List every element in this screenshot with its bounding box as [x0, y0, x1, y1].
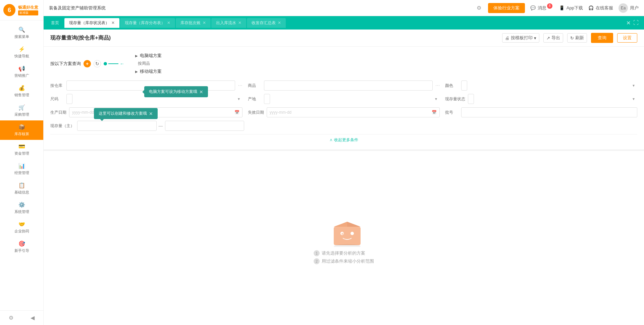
query-btn[interactable]: 查询: [591, 33, 613, 43]
user-group[interactable]: Ea 用户: [619, 3, 639, 13]
sidebar-item-label: 系统管理: [14, 209, 29, 214]
size-label: 尺码: [50, 96, 64, 102]
empty-illustration: [327, 210, 361, 243]
export-icon: ↗: [546, 36, 550, 41]
sidebar: 6 畅通好生意 标准版 🔍 搜索菜单 ⚡ 快捷导航 📢 营销推广 💰 销售管理 …: [0, 0, 44, 325]
inventory-icon: 📦: [18, 124, 25, 130]
color-select[interactable]: [461, 80, 467, 91]
tab-close-batch-account[interactable]: ✕: [203, 20, 206, 25]
sidebar-item-collab[interactable]: 🤝 企业协同: [0, 218, 43, 237]
collapse-bar[interactable]: ∧ 收起更多条件: [50, 134, 637, 146]
warehouse-more-dots[interactable]: ···: [238, 83, 242, 89]
tooltip-create-scheme: 这里可以创建和修改方案哦 ✕: [94, 108, 158, 119]
tab-home[interactable]: 首页: [46, 18, 64, 28]
sidebar-item-finance[interactable]: 💳 资金管理: [0, 140, 43, 159]
page-header: 现存量查询(按仓库+商品) 🖨 按模板打印 ▾ ↗ 导出 ↻ 刷新 查询 设置: [44, 30, 644, 47]
export-btn[interactable]: ↗ 导出: [543, 33, 563, 43]
sidebar-nav: 🔍 搜索菜单 ⚡ 快捷导航 📢 营销推广 💰 销售管理 🛒 采购管理 📦 库存核…: [0, 20, 43, 310]
add-scheme-btn[interactable]: +: [84, 60, 91, 67]
filter-fields: 按仓库 ··· 商品 ··· 颜色: [50, 80, 637, 131]
connector-line: [108, 63, 118, 64]
batch-group: 批号: [445, 107, 637, 117]
goods-input[interactable]: [264, 80, 433, 91]
tab-inout-flow[interactable]: 出入库流水 ✕: [211, 18, 246, 28]
message-group[interactable]: 💬 消息 8: [530, 5, 554, 11]
sidebar-item-label: 资金管理: [14, 151, 29, 156]
tab-close-inventory-dist[interactable]: ✕: [167, 20, 170, 25]
size-select[interactable]: [66, 94, 72, 104]
basic-icon: 📋: [18, 182, 25, 188]
settings-bottom-icon[interactable]: ⚙: [9, 315, 13, 321]
stock-qty-min[interactable]: [77, 121, 157, 131]
filter-header: 按以下方案查询 + ↻ ← ▶ 电脑端方案 按周品 ▶ 移动端方案: [50, 51, 637, 76]
tab-close-receive-summary[interactable]: ✕: [278, 20, 281, 25]
sidebar-item-label: 经营管理: [14, 170, 29, 175]
color-group: 颜色: [445, 80, 637, 91]
finance-icon: 💳: [18, 143, 25, 150]
template-print-btn[interactable]: 🖨 按模板打印 ▾: [502, 33, 539, 43]
sidebar-item-marketing[interactable]: 📢 营销推广: [0, 62, 43, 82]
warehouse-label: 按仓库: [50, 83, 64, 89]
scheme-sub-item[interactable]: 按周品: [130, 61, 167, 66]
tab-close-inout-flow[interactable]: ✕: [238, 20, 241, 25]
scheme-desktop[interactable]: ▶ 电脑端方案: [130, 51, 167, 61]
topbar: 装备及固定资产辅助管理系统 ⚙ 体验行业方案 💬 消息 8 📱 App下载 🎧 …: [44, 0, 644, 16]
phone-icon: 📱: [559, 5, 565, 10]
tab-inventory-status[interactable]: 现存量（库存状况表） ✕: [64, 18, 119, 28]
sidebar-item-purchase[interactable]: 🛒 采购管理: [0, 101, 43, 120]
sidebar-item-label: 企业协同: [14, 229, 29, 234]
collab-icon: 🤝: [18, 221, 25, 227]
purchase-icon: 🛒: [18, 104, 25, 111]
sidebar-item-system[interactable]: ⚙️ 系统管理: [0, 198, 43, 218]
online-support-label: 在线客服: [596, 5, 613, 11]
close-tab-icon[interactable]: ✕: [626, 20, 631, 26]
tab-receive-summary[interactable]: 收发存汇总表 ✕: [247, 18, 286, 28]
sidebar-item-label: 新手引导: [14, 248, 29, 253]
filter-row-2: 尺码 产地 现存量状态: [50, 94, 637, 104]
window-controls: ✕ ⛶: [624, 20, 641, 26]
printer-icon: 🖨: [505, 36, 509, 41]
arrow-icon: ←: [120, 61, 124, 66]
tab-close-inventory-status[interactable]: ✕: [111, 20, 115, 25]
stock-qty-group: 现存量（主） —: [50, 121, 244, 131]
sidebar-item-search[interactable]: 🔍 搜索菜单: [0, 23, 43, 43]
stock-qty-max[interactable]: [165, 121, 245, 131]
app-download-group[interactable]: 📱 App下载: [559, 5, 583, 11]
refresh-scheme-btn[interactable]: ↻: [94, 60, 101, 67]
headset-icon: 🎧: [588, 5, 594, 10]
sidebar-item-sales[interactable]: 💰 销售管理: [0, 82, 43, 101]
online-support-group[interactable]: 🎧 在线客服: [588, 5, 613, 11]
sidebar-item-operations[interactable]: 📊 经营管理: [0, 159, 43, 179]
expire-date-group: 失效日期 yyyy-mm-dd 📅: [248, 107, 440, 117]
expire-date-input[interactable]: yyyy-mm-dd 📅: [267, 107, 440, 117]
tab-batch-account[interactable]: 库存批次账 ✕: [176, 18, 211, 28]
empty-svg: [327, 210, 367, 247]
tabbar: 首页 现存量（库存状况表） ✕ 现存量（库存分布表） ✕ 库存批次账 ✕ 出入库…: [44, 16, 644, 30]
empty-tips: 1 请先选择要分析的方案 2 用过滤条件来缩小分析范围: [314, 250, 374, 266]
origin-select[interactable]: [264, 94, 270, 104]
settings-btn[interactable]: 设置: [617, 33, 637, 43]
sidebar-item-guide[interactable]: 🎯 新手引导: [0, 237, 43, 257]
sidebar-item-quicknav[interactable]: ⚡ 快捷导航: [0, 43, 43, 62]
sidebar-item-label: 销售管理: [14, 93, 29, 98]
stock-status-label: 现存量状态: [445, 96, 465, 102]
tab-inventory-dist[interactable]: 现存量（库存分布表） ✕: [120, 18, 175, 28]
collapse-sidebar-icon[interactable]: ◀: [31, 315, 35, 321]
gear-icon[interactable]: ⚙: [477, 5, 481, 11]
scheme-mobile[interactable]: ▶ 移动端方案: [130, 66, 167, 76]
app-name: 畅通好生意 标准版: [18, 5, 38, 15]
sidebar-item-inventory[interactable]: 📦 库存核算: [0, 120, 43, 140]
stock-status-select[interactable]: [468, 94, 474, 104]
batch-input[interactable]: [461, 107, 637, 117]
tooltip1-close[interactable]: ✕: [199, 89, 203, 95]
sidebar-item-label: 库存核算: [14, 131, 29, 137]
industry-btn[interactable]: 体验行业方案: [488, 3, 525, 13]
sidebar-item-basic[interactable]: 📋 基础信息: [0, 179, 43, 198]
maximize-icon[interactable]: ⛶: [633, 20, 639, 26]
tooltip2-close[interactable]: ✕: [149, 111, 153, 116]
refresh-btn[interactable]: ↻ 刷新: [567, 33, 587, 43]
message-label: 消息: [538, 5, 546, 11]
user-initial: Ea: [621, 6, 626, 10]
avatar: Ea: [619, 3, 628, 13]
goods-more-dots[interactable]: ···: [435, 83, 440, 89]
